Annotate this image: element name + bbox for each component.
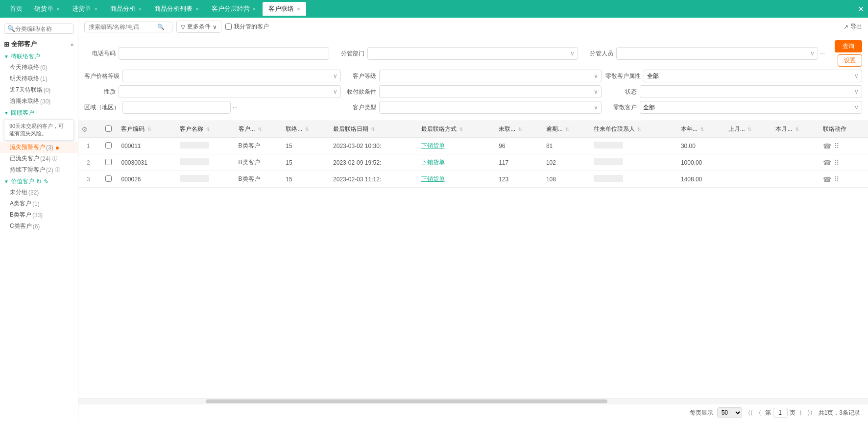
col-type[interactable]: 客户... ⇅ (236, 121, 283, 138)
pagination-bar: 每页显示 50 100 200 ⟨⟨ ⟨ 第 页 ⟩ ⟩⟩ 共1页，3条记录 (78, 404, 868, 421)
refresh-icon[interactable]: ↻ (36, 178, 42, 185)
gender-select[interactable]: ∨ (119, 85, 341, 98)
row-last-method-1[interactable]: 下销货单 (418, 154, 496, 171)
filter-search-input[interactable] (89, 24, 157, 30)
contact-icon-2[interactable]: ☎ (823, 175, 831, 183)
sidebar-item-class-c[interactable]: C类客户 (6) (0, 221, 78, 232)
sidebar-item-week[interactable]: 近7天待联络 (0) (0, 84, 78, 96)
sidebar-group-value[interactable]: ▼ 价值客户 ↻ ✎ (0, 175, 78, 187)
sidebar-search-box[interactable]: 🔍 (4, 24, 74, 34)
prev-page-button[interactable]: ⟨ (757, 408, 763, 417)
tab-analysis[interactable]: 商品分析 × (104, 2, 147, 16)
sidebar-item-downgrade[interactable]: 持续下滑客户 (2) ⓘ (0, 164, 78, 175)
sidebar-search-input[interactable] (15, 25, 71, 32)
export-button[interactable]: ↗ 导出 (844, 23, 862, 31)
scrollbar-thumb[interactable] (206, 399, 607, 403)
more-action-icon-2[interactable]: ⠿ (834, 175, 839, 183)
filter-search-icon[interactable]: 🔍 (157, 24, 165, 30)
region-more-icon[interactable]: ··· (231, 104, 240, 111)
page-number-input[interactable] (773, 408, 788, 418)
close-window-button[interactable]: ✕ (858, 4, 864, 14)
customer-level-select[interactable]: ∨ (379, 70, 602, 82)
col-this-year[interactable]: 本年... ⇅ (678, 121, 725, 138)
tab-customer-tier[interactable]: 客户分层经营 × (206, 2, 262, 16)
price-level-select[interactable]: ∨ (122, 70, 341, 82)
payment-select[interactable]: ∨ (379, 85, 602, 98)
tab-close-analysis[interactable]: × (139, 6, 142, 12)
filter-field-status: 状态 ∨ (605, 85, 862, 98)
all-customers-header[interactable]: ⊞ 全部客户 « (0, 38, 78, 50)
col-last-contact-date[interactable]: 最后联络日期 ⇅ (330, 121, 418, 138)
my-customers-filter[interactable]: 我分管的客户 (225, 23, 269, 31)
person-select[interactable]: ∨ (616, 47, 818, 60)
row-last-method-2[interactable]: 下销货单 (418, 171, 496, 188)
edit-icon[interactable]: ✎ (44, 178, 49, 185)
tab-close-customer-contact[interactable]: × (297, 6, 300, 12)
person-more-icon[interactable]: ··· (818, 50, 827, 57)
last-page-button[interactable]: ⟩⟩ (806, 408, 815, 417)
my-customers-checkbox[interactable] (225, 24, 232, 30)
more-conditions-button[interactable]: ▽ 更多条件 ∨ (176, 21, 221, 33)
col-contact[interactable]: 联络... ⇅ (283, 121, 330, 138)
col-gear[interactable]: ⚙ (78, 121, 98, 138)
sidebar-item-today[interactable]: 今天待联络 (0) (0, 62, 78, 73)
col-unit-contact[interactable]: 往来单位联系人 ⇅ (591, 121, 678, 138)
tab-customer-contact[interactable]: 客户联络 × (263, 2, 306, 16)
sidebar-item-tomorrow[interactable]: 明天待联络 (1) (0, 73, 78, 84)
contact-icon-1[interactable]: ☎ (823, 159, 831, 167)
dept-select[interactable]: ∨ (367, 47, 578, 60)
col-name[interactable]: 客户名称 ⇅ (177, 121, 236, 138)
row-checkbox-2[interactable] (98, 171, 119, 188)
col-code[interactable]: 客户编码 ⇅ (118, 121, 177, 138)
sidebar-item-overdue[interactable]: 逾期未联络 (30) (0, 96, 78, 107)
sidebar-item-loss-warning[interactable]: 流失预警客户 (3) ● (0, 142, 78, 153)
tab-close-purchase[interactable]: × (94, 6, 97, 12)
zero-customer-select[interactable]: 全部 ∨ (640, 101, 862, 114)
customer-type-select[interactable]: ∨ (379, 101, 602, 114)
status-select[interactable]: ∨ (640, 85, 862, 98)
gear-icon[interactable]: ⚙ (81, 125, 88, 133)
sidebar-group-pending-contact[interactable]: ▼ 待联络客户 (0, 50, 78, 62)
tab-analysis-list[interactable]: 商品分析列表 × (148, 2, 204, 16)
sidebar-item-class-a[interactable]: A类客户 (1) (0, 198, 78, 209)
filter-field-gender: 性质 ∨ (84, 85, 341, 98)
sort-icon-last-month: ⇅ (747, 126, 751, 132)
first-page-button[interactable]: ⟨⟨ (746, 408, 755, 417)
tab-close-analysis-list[interactable]: × (195, 6, 198, 12)
zero-attr-select[interactable]: 全部 ∨ (644, 70, 862, 82)
sidebar-item-class-b[interactable]: B类客户 (33) (0, 209, 78, 221)
tab-sales[interactable]: 销货单 × (28, 2, 65, 16)
sidebar-collapse-icon[interactable]: « (71, 41, 74, 48)
tab-close-customer-tier[interactable]: × (253, 6, 256, 12)
row-checkbox-0[interactable] (98, 138, 119, 154)
contact-icon-0[interactable]: ☎ (823, 142, 831, 150)
next-page-button[interactable]: ⟩ (797, 408, 804, 417)
per-page-select[interactable]: 50 100 200 (717, 407, 742, 418)
zero-attr-arrow-icon: ∨ (854, 73, 859, 79)
phone-input[interactable] (119, 47, 329, 60)
col-last-month[interactable]: 上月... ⇅ (725, 121, 773, 138)
query-button[interactable]: 查询 (835, 40, 862, 52)
row-checkbox-1[interactable] (98, 154, 119, 171)
settings-button[interactable]: 设置 (838, 54, 862, 67)
select-all-checkbox[interactable] (105, 125, 112, 132)
sidebar-item-ungroup[interactable]: 未分组 (32) (0, 187, 78, 198)
col-overdue[interactable]: 逾期... ⇅ (543, 121, 591, 138)
col-last-contact-method[interactable]: 最后联络方式 ⇅ (418, 121, 496, 138)
sidebar-item-already-lost[interactable]: 已流失客户 (24) ⓘ (0, 153, 78, 164)
tab-close-sales[interactable]: × (56, 6, 59, 12)
table-header-row: ⚙ 客户编码 ⇅ 客户名称 ⇅ 客户... ⇅ (78, 121, 868, 138)
row-last-method-0[interactable]: 下销货单 (418, 138, 496, 154)
tab-purchase[interactable]: 进货单 × (66, 2, 103, 16)
more-action-icon-1[interactable]: ⠿ (834, 159, 839, 167)
sidebar-group-lost[interactable]: ▼ 回顾客户 (0, 107, 78, 118)
horizontal-scrollbar[interactable] (78, 398, 868, 404)
col-this-month[interactable]: 本月... ⇅ (772, 121, 820, 138)
tab-home[interactable]: 首页 (4, 4, 28, 13)
filter-search-box[interactable]: 🔍 (84, 22, 172, 32)
col-uncontacted[interactable]: 未联... ⇅ (496, 121, 543, 138)
total-info: 共1页，3条记录 (819, 409, 860, 417)
region-input[interactable] (122, 101, 231, 114)
col-checkbox[interactable] (98, 121, 119, 138)
more-action-icon-0[interactable]: ⠿ (834, 142, 839, 150)
